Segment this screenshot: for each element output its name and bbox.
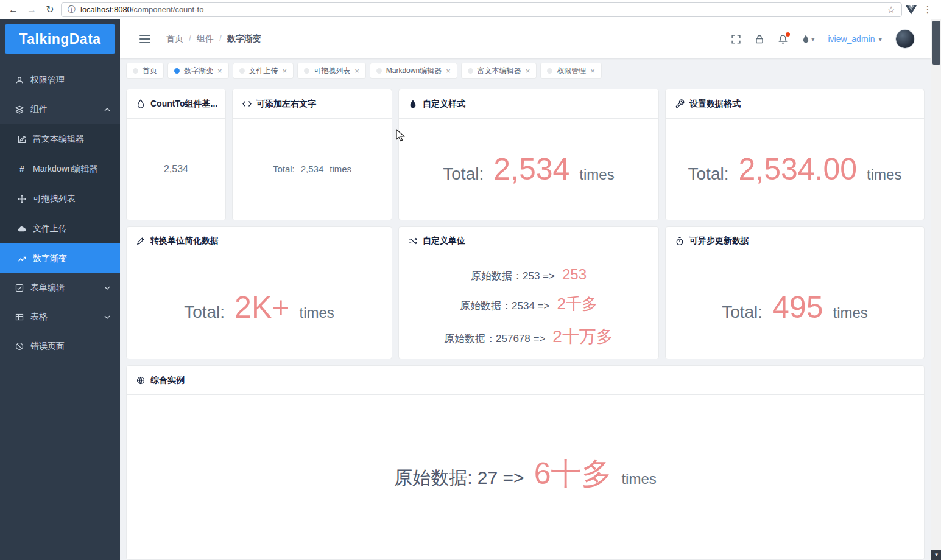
count-value: 2,534.00 bbox=[738, 152, 857, 187]
breadcrumb-count-to: 数字渐变 bbox=[214, 33, 261, 44]
move-icon bbox=[17, 194, 27, 204]
tag-dot-icon bbox=[468, 68, 473, 74]
unit-row: 原始数据：257678 => 2十万多 bbox=[444, 325, 613, 348]
sidebar-item-label: 错误页面 bbox=[30, 341, 65, 352]
unit-row: 原始数据：2534 => 2千多 bbox=[444, 293, 613, 315]
header-actions: ▾ iview_admin ▾ bbox=[731, 29, 915, 49]
sidebar-menu: 权限管理 组件 富文本编辑器 # bbox=[0, 58, 120, 361]
sidebar-item-file-upload[interactable]: 文件上传 bbox=[0, 214, 120, 243]
forward-icon[interactable]: → bbox=[24, 4, 39, 15]
sidebar-group-components[interactable]: 组件 bbox=[0, 95, 120, 124]
sidebar-submenu-components: 富文本编辑器 # Markdown编辑器 可拖拽列表 文件上传 bbox=[0, 124, 120, 273]
app-frame: TalkingData 权限管理 组件 bbox=[0, 19, 941, 560]
hash-icon: # bbox=[17, 164, 27, 174]
cloud-upload-icon bbox=[17, 224, 27, 234]
checkbox-icon bbox=[15, 283, 24, 293]
app-logo[interactable]: TalkingData bbox=[5, 24, 115, 54]
sidebar-item-error-page[interactable]: 错误页面 bbox=[0, 332, 120, 361]
tag-count-to[interactable]: 数字渐变 × bbox=[167, 63, 229, 79]
sidebar-item-markdown-editor[interactable]: # Markdown编辑器 bbox=[0, 154, 120, 184]
wrench-icon bbox=[675, 99, 685, 108]
card-title: 转换单位简化数据 bbox=[150, 236, 219, 247]
count-label: 原始数据: 27 => bbox=[394, 466, 524, 491]
tag-home[interactable]: 首页 bbox=[126, 63, 164, 79]
count-prefix: Total: bbox=[443, 164, 484, 184]
sidebar-item-count-to[interactable]: 数字渐变 bbox=[0, 243, 120, 273]
chevron-down-icon bbox=[104, 315, 110, 319]
tag-file-upload[interactable]: 文件上传 × bbox=[233, 63, 294, 79]
close-icon[interactable]: × bbox=[217, 67, 222, 75]
username: iview_admin bbox=[828, 34, 875, 44]
caret-down-icon: ▾ bbox=[811, 35, 815, 43]
sidebar-group-label: 组件 bbox=[30, 104, 48, 115]
close-icon[interactable]: × bbox=[283, 67, 287, 75]
sidebar-item-draggable-list[interactable]: 可拖拽列表 bbox=[0, 184, 120, 214]
url-bar[interactable]: ⓘ localhost:8080/component/count-to ☆ bbox=[61, 2, 902, 17]
close-icon[interactable]: × bbox=[526, 67, 530, 75]
theme-dropdown[interactable]: ▾ bbox=[802, 34, 815, 44]
unit-value: 253 bbox=[562, 266, 587, 283]
tag-rich-editor[interactable]: 富文本编辑器 × bbox=[461, 63, 537, 79]
count-line: Total: 2,534 times bbox=[273, 164, 351, 174]
lock-icon[interactable] bbox=[755, 34, 764, 44]
back-icon[interactable]: ← bbox=[6, 4, 21, 15]
tag-permission[interactable]: 权限管理 × bbox=[540, 63, 602, 79]
chevron-down-icon bbox=[104, 286, 110, 290]
count-line: 原始数据: 27 => 6十多 times bbox=[394, 453, 657, 494]
unit-value: 2千多 bbox=[557, 293, 597, 315]
reload-icon[interactable]: ↻ bbox=[43, 4, 57, 15]
close-icon[interactable]: × bbox=[354, 67, 359, 75]
notification-bell-icon[interactable] bbox=[778, 34, 788, 44]
bookmark-star-icon[interactable]: ☆ bbox=[887, 4, 895, 15]
shuffle-icon bbox=[409, 237, 418, 246]
main-area: 首页 组件 数字渐变 ▾ i bbox=[120, 19, 941, 560]
user-dropdown[interactable]: iview_admin ▾ bbox=[828, 34, 882, 44]
count-value: 6十多 bbox=[534, 453, 612, 494]
unit-label: 原始数据：2534 => bbox=[460, 299, 549, 313]
sidebar-group-label: 表格 bbox=[30, 312, 48, 323]
scrollbar-thumb[interactable] bbox=[932, 21, 940, 65]
scrollbar-down-arrow[interactable]: ▼ bbox=[931, 550, 941, 560]
tag-dot-icon bbox=[239, 68, 245, 74]
vue-devtools-icon[interactable] bbox=[906, 5, 917, 15]
menu-toggle-button[interactable] bbox=[139, 35, 150, 43]
card-data-format: 设置数据格式 Total: 2,534.00 times bbox=[665, 89, 925, 220]
sidebar-group-form-edit[interactable]: 表单编辑 bbox=[0, 273, 120, 303]
app-header: 首页 组件 数字渐变 ▾ i bbox=[120, 19, 931, 58]
tag-draggable-list[interactable]: 可拖拽列表 × bbox=[297, 63, 366, 79]
breadcrumb-components[interactable]: 组件 bbox=[183, 33, 214, 44]
card-count-to-basic: CountTo组件基... 2,534 bbox=[126, 89, 226, 220]
count-value: 2,534 bbox=[164, 164, 188, 175]
breadcrumb-home[interactable]: 首页 bbox=[166, 33, 183, 44]
tag-label: 权限管理 bbox=[557, 66, 586, 76]
tag-label: 可拖拽列表 bbox=[314, 66, 350, 76]
count-suffix: times bbox=[867, 166, 901, 183]
pen-icon bbox=[136, 237, 146, 246]
tag-label: Markdown编辑器 bbox=[386, 66, 442, 76]
card-title: 综合实例 bbox=[150, 375, 185, 386]
sidebar-item-label: 可拖拽列表 bbox=[33, 194, 76, 205]
card-simplify-unit: 转换单位简化数据 Total: 2K+ times bbox=[126, 226, 392, 359]
sidebar-item-rich-editor[interactable]: 富文本编辑器 bbox=[0, 124, 120, 154]
sidebar-item-permission[interactable]: 权限管理 bbox=[0, 66, 120, 95]
count-prefix: Total: bbox=[184, 303, 225, 322]
browser-menu-icon[interactable]: ⋮ bbox=[920, 4, 935, 15]
close-icon[interactable]: × bbox=[446, 67, 451, 75]
tag-markdown-editor[interactable]: Markdown编辑器 × bbox=[370, 63, 457, 79]
tag-label: 数字渐变 bbox=[184, 66, 213, 76]
caret-down-icon: ▾ bbox=[878, 35, 882, 43]
browser-chrome: ← → ↻ ⓘ localhost:8080/component/count-t… bbox=[0, 0, 941, 19]
avatar[interactable] bbox=[895, 29, 915, 49]
close-icon[interactable]: × bbox=[590, 67, 595, 75]
tag-dot-icon bbox=[304, 68, 309, 74]
sidebar-group-table[interactable]: 表格 bbox=[0, 303, 120, 332]
page-scrollbar[interactable]: ▼ bbox=[931, 19, 941, 560]
chevron-up-icon bbox=[104, 108, 110, 111]
fullscreen-icon[interactable] bbox=[731, 34, 741, 44]
url-path: /component/count-to bbox=[132, 5, 204, 14]
card-title: 自定义样式 bbox=[423, 99, 465, 110]
code-icon bbox=[242, 99, 252, 108]
count-prefix: Total: bbox=[688, 164, 729, 184]
count-value: 495 bbox=[772, 290, 823, 325]
info-icon[interactable]: ⓘ bbox=[68, 4, 76, 15]
